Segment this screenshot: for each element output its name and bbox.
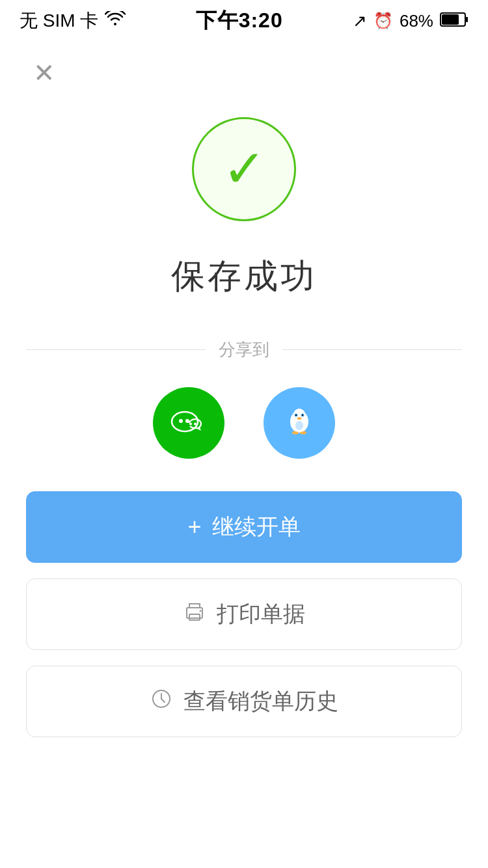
status-left: 无 SIM 卡 (20, 8, 126, 33)
share-icons (26, 387, 462, 459)
print-icon (183, 600, 206, 629)
action-buttons: + 继续开单 打印单据 查看销货单历史 (26, 491, 462, 737)
continue-plus-icon: + (187, 513, 201, 541)
status-time: 下午3:20 (196, 7, 283, 35)
divider-line-right (282, 349, 462, 350)
svg-point-5 (185, 419, 189, 423)
svg-rect-20 (189, 614, 200, 620)
svg-point-7 (189, 423, 192, 426)
alarm-icon: ⏰ (373, 12, 393, 30)
share-label: 分享到 (206, 338, 282, 361)
status-right: ↗ ⏰ 68% (353, 11, 468, 31)
svg-point-13 (302, 414, 303, 416)
close-button-row: ✕ (26, 55, 462, 91)
share-section: 分享到 (26, 338, 462, 459)
close-icon: ✕ (33, 60, 55, 86)
success-title: 保存成功 (171, 254, 317, 299)
qq-share-button[interactable] (264, 387, 335, 459)
continue-label: 继续开单 (212, 512, 301, 542)
share-divider: 分享到 (26, 338, 462, 361)
wechat-share-button[interactable] (153, 387, 224, 459)
svg-point-18 (295, 421, 303, 430)
clock-icon (150, 687, 173, 716)
divider-line-left (26, 349, 206, 350)
battery-icon (440, 11, 468, 31)
svg-rect-2 (466, 17, 468, 22)
qq-icon (278, 402, 320, 444)
svg-point-6 (194, 423, 197, 426)
svg-point-14 (297, 417, 302, 420)
svg-point-4 (179, 419, 183, 423)
close-button[interactable]: ✕ (26, 55, 62, 91)
success-circle: ✓ (192, 117, 296, 221)
print-button[interactable]: 打印单据 (26, 578, 462, 650)
history-button[interactable]: 查看销货单历史 (26, 666, 462, 737)
continue-button[interactable]: + 继续开单 (26, 491, 462, 563)
wechat-icon (168, 402, 210, 444)
checkmark-icon: ✓ (223, 143, 266, 195)
svg-point-21 (200, 610, 202, 612)
main-content: ✕ ✓ 保存成功 分享到 (0, 42, 488, 750)
print-label: 打印单据 (217, 599, 305, 629)
svg-rect-1 (442, 14, 459, 25)
status-bar: 无 SIM 卡 下午3:20 ↗ ⏰ 68% (0, 0, 488, 42)
location-icon: ↗ (353, 11, 367, 31)
no-sim-label: 无 SIM 卡 (20, 8, 98, 33)
battery-label: 68% (400, 11, 433, 31)
svg-point-12 (295, 414, 297, 416)
history-label: 查看销货单历史 (183, 686, 338, 716)
wifi-icon (105, 10, 126, 31)
